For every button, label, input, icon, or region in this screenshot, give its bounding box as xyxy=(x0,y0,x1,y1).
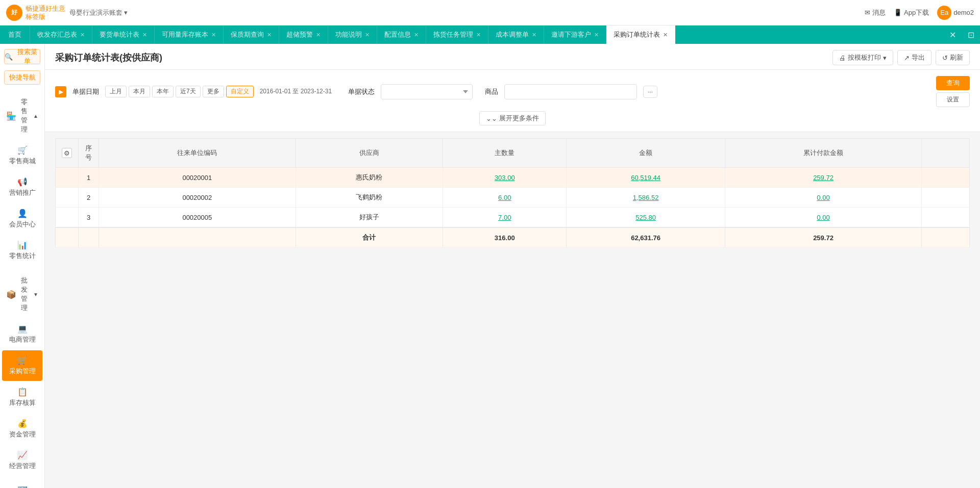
user-area[interactable]: Ea demo2 xyxy=(937,6,974,20)
nav-close-btn[interactable]: ✕ xyxy=(943,25,962,44)
workspace-title: 母婴行业演示账套 ▾ xyxy=(69,8,128,17)
goods-input[interactable] xyxy=(504,84,637,99)
refresh-btn[interactable]: ↺ 刷新 xyxy=(936,50,970,65)
row-settings-cell xyxy=(56,208,79,228)
row-unit-code: 00020002 xyxy=(99,188,296,208)
user-name[interactable]: demo2 xyxy=(953,9,974,16)
tab-invite-downstream[interactable]: 邀请下游客户 ✕ xyxy=(544,25,606,44)
sidebar-item-finance-mgmt[interactable]: 💰 资金管理 xyxy=(2,414,42,444)
close-tab-invite-downstream[interactable]: ✕ xyxy=(594,32,599,38)
sidebar-item-purchase-mgmt[interactable]: 🛒 采购管理 xyxy=(2,350,42,381)
goods-more-btn[interactable]: ··· xyxy=(643,86,657,98)
tab-order-summary[interactable]: 要货单统计表 ✕ xyxy=(92,25,155,44)
close-tab-function-desc[interactable]: ✕ xyxy=(365,32,370,38)
page-header: 采购订单统计表(按供应商) 🖨 按模板打印 ▾ ↗ 导出 ↺ 刷新 xyxy=(45,44,980,70)
sidebar-item-wholesale-mgmt[interactable]: 📦 批发管理 ▼ xyxy=(2,271,42,318)
sidebar-item-ops-mgmt[interactable]: 📈 经营管理 xyxy=(2,445,42,476)
table-header-row: ⚙ 序号 往来单位编码 供应商 主数量 金额 累计付款金额 xyxy=(56,139,970,168)
sidebar-item-marketing[interactable]: 📢 营销推广 xyxy=(2,172,42,202)
col-paid-amount: 累计付款金额 xyxy=(725,139,922,168)
tab-home[interactable]: 首页 xyxy=(0,25,30,44)
date-last-month-btn[interactable]: 上月 xyxy=(105,86,127,97)
close-tab-expiry-query[interactable]: ✕ xyxy=(267,32,272,38)
table-settings-btn[interactable]: ⚙ xyxy=(62,148,72,158)
close-tab-config-info[interactable]: ✕ xyxy=(414,32,419,38)
row-unit-code: 00020001 xyxy=(99,168,296,188)
user-avatar: Ea xyxy=(937,6,951,20)
nav-restore-btn[interactable]: ⊡ xyxy=(962,25,980,44)
member-icon: 👤 xyxy=(17,209,28,218)
col-settings: ⚙ xyxy=(56,139,79,168)
tab-function-desc[interactable]: 功能说明 ✕ xyxy=(328,25,377,44)
sidebar-item-retail-mgmt[interactable]: 🏪 零售管理 ▲ xyxy=(2,92,42,139)
row-main-qty[interactable]: 7.00 xyxy=(443,208,567,228)
row-amount[interactable]: 1,586.52 xyxy=(567,188,725,208)
page-header-actions: 🖨 按模板打印 ▾ ↗ 导出 ↺ 刷新 xyxy=(832,50,970,65)
close-tab-available-stock[interactable]: ✕ xyxy=(211,32,216,38)
close-tab-cost-adjust[interactable]: ✕ xyxy=(532,32,536,38)
message-btn[interactable]: ✉ 消息 xyxy=(865,8,886,17)
logo-icon: 好 xyxy=(6,5,22,21)
sidebar-item-member-center[interactable]: 👤 会员中心 xyxy=(2,203,42,234)
row-amount[interactable]: 525.80 xyxy=(567,208,725,228)
print-btn[interactable]: 🖨 按模板打印 ▾ xyxy=(832,50,893,65)
date-custom-badge[interactable]: 自定义 xyxy=(226,86,254,97)
export-btn[interactable]: ↗ 导出 xyxy=(897,50,932,65)
marketing-icon: 📢 xyxy=(17,177,28,187)
purchase-icon: 🛒 xyxy=(17,355,28,365)
app-download-btn[interactable]: 📱 App下载 xyxy=(894,8,929,17)
sidebar-item-ecommerce-mgmt[interactable]: 💻 电商管理 xyxy=(2,319,42,349)
sidebar-item-retail-stats[interactable]: 📊 零售统计 xyxy=(2,235,42,266)
goods-filter-label: 商品 xyxy=(485,87,498,96)
tab-receive-summary[interactable]: 收发存汇总表 ✕ xyxy=(30,25,92,44)
search-btn[interactable]: 查询 xyxy=(936,76,970,90)
sidebar-item-retail-store[interactable]: 🛒 零售商城 xyxy=(2,140,42,171)
row-extra xyxy=(922,208,970,228)
stock-check-icon: 📋 xyxy=(17,387,28,397)
close-tab-order-summary[interactable]: ✕ xyxy=(142,32,147,38)
close-tab-overstock-warning[interactable]: ✕ xyxy=(316,32,321,38)
row-amount[interactable]: 60,519.44 xyxy=(567,168,725,188)
filter-settings-btn[interactable]: 设置 xyxy=(936,92,970,107)
quick-nav-btn[interactable]: 快捷导航 xyxy=(4,70,40,85)
sidebar-item-stock-check[interactable]: 📋 库存核算 xyxy=(2,382,42,413)
row-extra xyxy=(922,168,970,188)
row-paid-amount[interactable]: 0.00 xyxy=(725,188,922,208)
row-num: 2 xyxy=(79,188,99,208)
sidebar-item-basic-info[interactable]: ℹ️ 基础信息 xyxy=(2,481,42,488)
footer-supplier-cell: 合计 xyxy=(296,227,443,248)
date-this-year-btn[interactable]: 本年 xyxy=(152,86,174,97)
row-settings-cell xyxy=(56,188,79,208)
main-layout: 🔍 搜索菜单 快捷导航 🏪 零售管理 ▲ 🛒 零售商城 📢 营销推广 👤 会员中… xyxy=(0,44,980,488)
tab-pick-task[interactable]: 拣货任务管理 ✕ xyxy=(426,25,488,44)
close-tab-pick-task[interactable]: ✕ xyxy=(476,32,481,38)
row-paid-amount[interactable]: 259.72 xyxy=(725,168,922,188)
search-menu-btn[interactable]: 🔍 搜索菜单 xyxy=(4,49,40,64)
top-bar-left: 好 畅捷通好生意 标签版 母婴行业演示账套 ▾ xyxy=(6,5,128,21)
tab-overstock-warning[interactable]: 超储预警 ✕ xyxy=(279,25,328,44)
tab-available-stock[interactable]: 可用量库存账本 ✕ xyxy=(155,25,224,44)
tab-purchase-summary[interactable]: 采购订单统计表 ✕ xyxy=(606,25,675,44)
date-7days-btn[interactable]: 近7天 xyxy=(176,86,201,97)
table-row: 2 00020002 飞鹤奶粉 6.00 1,586.52 0.00 xyxy=(56,188,970,208)
row-extra xyxy=(922,188,970,208)
search-icon: 🔍 xyxy=(5,53,13,61)
row-main-qty[interactable]: 6.00 xyxy=(443,188,567,208)
close-tab-receive-summary[interactable]: ✕ xyxy=(80,32,85,38)
row-main-qty[interactable]: 303.00 xyxy=(443,168,567,188)
data-table: ⚙ 序号 往来单位编码 供应商 主数量 金额 累计付款金额 1 00020001… xyxy=(55,138,970,248)
filter-toggle-btn[interactable]: ▶ xyxy=(55,86,66,97)
date-this-month-btn[interactable]: 本月 xyxy=(129,86,150,97)
expand-more-btn[interactable]: ⌄⌄ 展开更多条件 xyxy=(479,111,546,125)
finance-icon: 💰 xyxy=(17,419,28,428)
status-select[interactable] xyxy=(381,84,473,99)
top-bar: 好 畅捷通好生意 标签版 母婴行业演示账套 ▾ ✉ 消息 📱 App下载 Ea … xyxy=(0,0,980,25)
row-paid-amount[interactable]: 0.00 xyxy=(725,208,922,228)
tab-expiry-query[interactable]: 保质期查询 ✕ xyxy=(224,25,279,44)
tab-config-info[interactable]: 配置信息 ✕ xyxy=(377,25,426,44)
date-more-btn[interactable]: 更多 xyxy=(203,86,224,97)
ecommerce-icon: 💻 xyxy=(17,324,28,333)
close-tab-purchase-summary[interactable]: ✕ xyxy=(663,32,668,38)
filter-right-buttons: 查询 设置 xyxy=(936,76,970,107)
tab-cost-adjust[interactable]: 成本调整单 ✕ xyxy=(488,25,544,44)
